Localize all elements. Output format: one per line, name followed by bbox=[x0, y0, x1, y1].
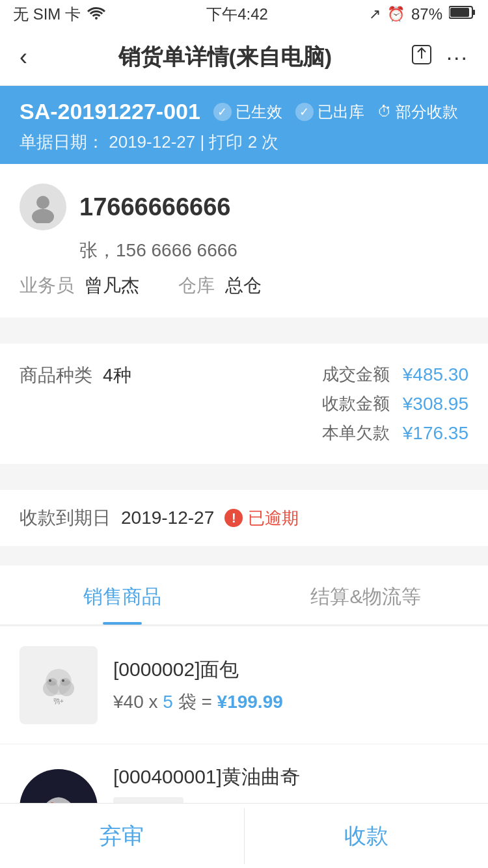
customer-phone: 17666666666 bbox=[79, 193, 230, 221]
bottom-bar: 弃审 收款 bbox=[0, 803, 488, 868]
back-button[interactable]: ‹ bbox=[20, 44, 27, 71]
carrier-label: 无 SIM 卡 bbox=[13, 4, 81, 25]
stats-row: 商品种类 4种 成交金额 ¥485.30 收款金额 ¥308.95 本单欠款 ¥… bbox=[20, 363, 468, 444]
check-icon-1: ✓ bbox=[213, 103, 232, 121]
location-icon: ↗ bbox=[369, 6, 381, 23]
svg-text:鸮+: 鸮+ bbox=[53, 698, 64, 705]
order-date: 2019-12-27 bbox=[109, 132, 195, 152]
customer-name: 张，156 6666 6666 bbox=[20, 238, 468, 263]
divider-2 bbox=[0, 477, 488, 490]
received-label: 收款金额 bbox=[322, 392, 390, 415]
order-id: SA-20191227-001 bbox=[20, 99, 200, 124]
nav-actions: ··· bbox=[410, 43, 468, 72]
status-left: 无 SIM 卡 bbox=[13, 4, 105, 25]
customer-section: 17666666666 张，156 6666 6666 业务员 曾凡杰 仓库 总… bbox=[0, 164, 488, 318]
battery-icon bbox=[449, 5, 475, 23]
overdue-badge: ! 已逾期 bbox=[224, 507, 299, 530]
nav-bar: ‹ 销货单详情(来自电脑) ··· bbox=[0, 29, 488, 86]
svg-point-5 bbox=[36, 196, 49, 209]
category-label: 商品种类 bbox=[20, 363, 92, 388]
salesman-item: 业务员 曾凡杰 bbox=[20, 273, 139, 298]
warehouse-label: 仓库 bbox=[178, 273, 215, 298]
product-price-1: ¥40 x 5 袋 = ¥199.99 bbox=[113, 690, 468, 714]
received-value: ¥308.95 bbox=[403, 394, 468, 414]
tab-sales-products[interactable]: 销售商品 bbox=[0, 565, 244, 625]
product-total-1: ¥199.99 bbox=[217, 692, 283, 712]
product-name-1: [0000002]面包 bbox=[113, 657, 468, 683]
svg-rect-2 bbox=[450, 8, 469, 17]
svg-point-14 bbox=[62, 679, 64, 682]
product-thumb-1: 鸮+ bbox=[20, 646, 98, 724]
badge-effective: ✓ 已生效 bbox=[213, 102, 282, 122]
tab-settlement[interactable]: 结算&物流等 bbox=[244, 565, 488, 625]
divider-3 bbox=[0, 552, 488, 565]
amount-value: ¥485.30 bbox=[403, 364, 468, 385]
debt-value: ¥176.35 bbox=[403, 423, 468, 444]
print-unit: 次 bbox=[262, 132, 278, 152]
warehouse-value: 总仓 bbox=[225, 273, 262, 298]
svg-point-12 bbox=[60, 678, 70, 686]
debt-item: 本单欠款 ¥176.35 bbox=[322, 422, 468, 444]
date-label: 单据日期： bbox=[20, 132, 104, 152]
alarm-icon: ⏰ bbox=[387, 6, 405, 23]
product-name-2: [000400001]黄油曲奇 bbox=[113, 764, 468, 791]
svg-point-13 bbox=[49, 679, 51, 682]
banner-row2: 单据日期： 2019-12-27 | 打印 2 次 bbox=[20, 131, 468, 154]
customer-meta: 业务员 曾凡杰 仓库 总仓 bbox=[20, 273, 468, 298]
customer-row: 17666666666 bbox=[20, 183, 468, 230]
overdue-text: 已逾期 bbox=[248, 507, 299, 530]
due-label: 收款到期日 bbox=[20, 506, 111, 530]
status-right: ↗ ⏰ 87% bbox=[369, 5, 475, 23]
stats-right: 成交金额 ¥485.30 收款金额 ¥308.95 本单欠款 ¥176.35 bbox=[322, 363, 468, 444]
page-title: 销货单详情(来自电脑) bbox=[40, 42, 410, 72]
svg-point-11 bbox=[47, 678, 57, 686]
stats-left: 商品种类 4种 bbox=[20, 363, 131, 388]
tabs-row: 销售商品 结算&物流等 bbox=[0, 565, 488, 625]
due-section: 收款到期日 2019-12-27 ! 已逾期 bbox=[0, 490, 488, 546]
divider-1 bbox=[0, 331, 488, 344]
received-item: 收款金额 ¥308.95 bbox=[322, 392, 468, 415]
amount-item: 成交金额 ¥485.30 bbox=[322, 363, 468, 386]
due-date: 2019-12-27 bbox=[121, 508, 214, 528]
banner-row1: SA-20191227-001 ✓ 已生效 ✓ 已出库 ⏱ 部分收款 bbox=[20, 99, 468, 124]
warehouse-item: 仓库 总仓 bbox=[178, 273, 262, 298]
print-count: 2 bbox=[248, 132, 257, 152]
status-time: 下午4:42 bbox=[206, 4, 268, 25]
header-banner: SA-20191227-001 ✓ 已生效 ✓ 已出库 ⏱ 部分收款 单据日期：… bbox=[0, 86, 488, 164]
category-value: 4种 bbox=[103, 363, 131, 388]
status-bar: 无 SIM 卡 下午4:42 ↗ ⏰ 87% bbox=[0, 0, 488, 29]
collect-payment-button[interactable]: 收款 bbox=[245, 808, 489, 864]
wifi-icon bbox=[87, 5, 105, 23]
amount-label: 成交金额 bbox=[322, 363, 390, 386]
share-button[interactable] bbox=[410, 43, 433, 72]
debt-label: 本单欠款 bbox=[322, 422, 390, 444]
svg-point-6 bbox=[32, 209, 54, 223]
badge-shipped: ✓ 已出库 bbox=[295, 102, 364, 122]
check-icon-2: ✓ bbox=[295, 103, 314, 121]
product-info-1: [0000002]面包 ¥40 x 5 袋 = ¥199.99 bbox=[113, 657, 468, 714]
print-separator: | 打印 bbox=[200, 132, 247, 152]
salesman-value: 曾凡杰 bbox=[85, 273, 139, 298]
badge-partial: ⏱ 部分收款 bbox=[377, 102, 458, 122]
product-qty-1: 5 bbox=[163, 692, 173, 712]
tabs-section: 销售商品 结算&物流等 bbox=[0, 565, 488, 625]
overdue-icon: ! bbox=[224, 509, 243, 527]
battery-label: 87% bbox=[411, 5, 442, 23]
stats-section: 商品种类 4种 成交金额 ¥485.30 收款金额 ¥308.95 本单欠款 ¥… bbox=[0, 344, 488, 464]
salesman-label: 业务员 bbox=[20, 273, 74, 298]
avatar bbox=[20, 183, 66, 230]
product-item: 鸮+ [0000002]面包 ¥40 x 5 袋 = ¥199.99 bbox=[0, 627, 488, 744]
abandon-review-button[interactable]: 弃审 bbox=[0, 808, 245, 864]
more-button[interactable]: ··· bbox=[446, 44, 468, 70]
clock-icon: ⏱ bbox=[377, 103, 392, 120]
svg-rect-1 bbox=[472, 10, 475, 15]
